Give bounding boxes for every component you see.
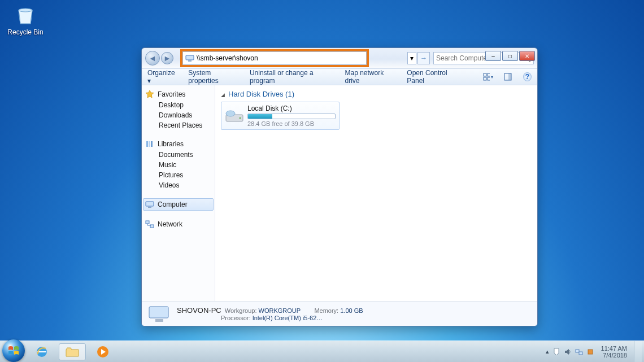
nav-item-recent-places[interactable]: Recent Places	[143, 120, 214, 130]
maximize-button[interactable]: □	[502, 51, 518, 61]
recycle-bin-desktop-icon[interactable]: Recycle Bin	[6, 3, 45, 36]
nav-forward-button[interactable]: ►	[161, 52, 173, 64]
address-history-dropdown[interactable]: ▾	[407, 52, 416, 64]
tray-action-center-icon[interactable]	[552, 348, 560, 356]
svg-rect-31	[155, 319, 163, 322]
nav-item-desktop[interactable]: Desktop	[143, 100, 214, 110]
address-text: \\smb-server\shovon	[197, 54, 364, 62]
address-go-button[interactable]: →	[417, 52, 430, 64]
minimize-button[interactable]: –	[485, 51, 501, 61]
map-network-drive-button[interactable]: Map network drive	[345, 69, 397, 85]
svg-rect-25	[146, 221, 149, 224]
nav-computer[interactable]: Computer	[143, 198, 214, 211]
show-desktop-button[interactable]	[634, 341, 642, 363]
svg-point-0	[19, 8, 32, 12]
details-title: SHOVON-PC	[177, 306, 221, 315]
tray-network-icon[interactable]	[575, 348, 583, 356]
drive-local-disk-c[interactable]: Local Disk (C:) 28.4 GB free of 39.8 GB	[221, 102, 340, 130]
details-memory: 1.00 GB	[340, 307, 363, 314]
taskbar-app-wmp[interactable]	[89, 343, 116, 360]
recycle-bin-icon	[14, 3, 37, 26]
nav-network-label: Network	[158, 220, 182, 228]
star-icon	[145, 90, 154, 99]
navigation-pane: Favorites Desktop Downloads Recent Place…	[142, 85, 215, 301]
details-processor: Intel(R) Core(TM) i5-62…	[253, 315, 323, 321]
tray-show-hidden[interactable]: ▴	[546, 348, 549, 355]
system-tray: ▴ 11:47 AM 7/4/2018	[546, 341, 642, 363]
organize-menu[interactable]: Organize ▾	[147, 69, 178, 85]
help-button[interactable]: ?	[523, 72, 532, 81]
ie-icon	[34, 344, 49, 359]
nav-favorites[interactable]: Favorites	[143, 89, 214, 100]
tray-date: 7/4/2018	[601, 352, 627, 359]
svg-rect-30	[149, 307, 168, 318]
system-properties-button[interactable]: System properties	[188, 69, 240, 85]
nav-item-documents[interactable]: Documents	[143, 150, 214, 160]
nav-item-videos[interactable]: Videos	[143, 180, 214, 190]
svg-rect-34	[576, 350, 579, 352]
windows-logo-icon	[7, 344, 20, 357]
svg-rect-3	[484, 73, 486, 76]
drive-usage-bar	[247, 114, 336, 119]
tray-volume-icon[interactable]	[564, 348, 572, 356]
svg-rect-14	[151, 141, 153, 147]
preview-pane-button[interactable]	[503, 72, 513, 82]
hard-drive-icon	[225, 108, 244, 124]
explorer-window: – □ ✕ ◄ ► \\smb-server\shovon ▾ → 🔍 Orga…	[141, 47, 538, 326]
taskbar: ▴ 11:47 AM 7/4/2018	[0, 341, 644, 362]
svg-rect-13	[149, 141, 150, 147]
details-workgroup: WORKGROUP	[259, 307, 301, 314]
open-control-panel-button[interactable]: Open Control Panel	[407, 69, 463, 85]
svg-rect-6	[488, 77, 490, 80]
nav-back-button[interactable]: ◄	[145, 51, 160, 66]
drive-free-text: 28.4 GB free of 39.8 GB	[247, 120, 336, 127]
nav-item-downloads[interactable]: Downloads	[143, 110, 214, 120]
svg-rect-35	[579, 352, 582, 355]
details-processor-label: Processor:	[221, 315, 251, 321]
toolbar: Organize ▾ System properties Uninstall o…	[142, 68, 537, 85]
drive-group-header[interactable]: ◢Hard Disk Drives (1)	[221, 89, 532, 102]
svg-point-29	[226, 111, 235, 116]
uninstall-program-button[interactable]: Uninstall or change a program	[250, 69, 335, 85]
nav-computer-label: Computer	[158, 200, 188, 208]
content-area: ◢Hard Disk Drives (1) Local Disk (C:) 28…	[215, 85, 537, 301]
taskbar-app-ie[interactable]	[28, 343, 55, 360]
svg-rect-4	[488, 73, 490, 76]
details-memory-label: Memory:	[314, 307, 338, 314]
address-bar-highlight: \\smb-server\shovon	[180, 49, 369, 67]
recycle-bin-label: Recycle Bin	[6, 28, 45, 36]
computer-icon	[145, 200, 154, 209]
svg-rect-5	[484, 77, 486, 80]
svg-point-28	[240, 117, 241, 119]
svg-rect-2	[188, 60, 192, 62]
svg-rect-12	[146, 141, 148, 147]
svg-rect-1	[186, 55, 194, 60]
details-workgroup-label: Workgroup:	[225, 307, 257, 314]
libraries-icon	[145, 139, 154, 149]
start-button[interactable]	[2, 339, 25, 362]
network-icon	[145, 220, 154, 229]
nav-favorites-label: Favorites	[158, 90, 185, 98]
computer-large-icon	[147, 304, 171, 324]
tray-device-icon[interactable]	[586, 348, 594, 356]
nav-item-pictures[interactable]: Pictures	[143, 170, 214, 180]
svg-rect-36	[588, 350, 593, 354]
view-options-button[interactable]: ▾	[483, 72, 493, 82]
nav-network[interactable]: Network	[143, 219, 214, 230]
svg-rect-8	[508, 73, 511, 80]
folder-icon	[65, 346, 80, 358]
tray-time: 11:47 AM	[601, 345, 627, 352]
close-button[interactable]: ✕	[519, 51, 535, 61]
drive-name: Local Disk (C:)	[247, 104, 336, 112]
svg-rect-24	[148, 207, 151, 208]
tray-clock[interactable]: 11:47 AM 7/4/2018	[598, 345, 630, 359]
computer-icon	[185, 54, 194, 63]
nav-item-music[interactable]: Music	[143, 160, 214, 170]
taskbar-app-explorer[interactable]	[59, 343, 86, 360]
details-pane: SHOVON-PC Workgroup: WORKGROUP Memory: 1…	[142, 301, 537, 326]
collapse-icon: ◢	[221, 92, 225, 98]
svg-rect-23	[146, 202, 154, 206]
nav-libraries[interactable]: Libraries	[143, 138, 214, 150]
media-player-icon	[95, 344, 110, 359]
address-bar[interactable]: \\smb-server\shovon	[182, 51, 367, 65]
